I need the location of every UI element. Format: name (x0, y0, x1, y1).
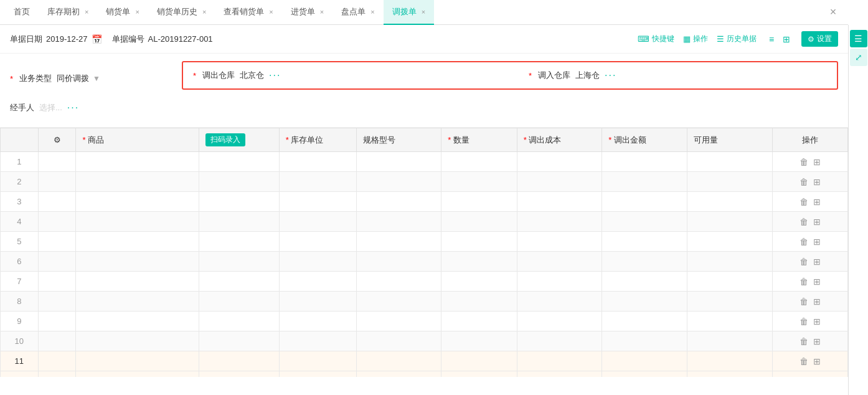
tab-home[interactable]: 首页 (5, 0, 39, 25)
tab-inventory-init[interactable]: 库存期初 × (39, 0, 97, 25)
required-star-out: * (193, 71, 196, 80)
delete-icon[interactable]: 🗑 (800, 316, 808, 326)
calendar-icon[interactable]: 📅 (92, 34, 102, 44)
th-action: 操作 (772, 128, 848, 152)
tab-close-stocktake[interactable]: × (370, 8, 374, 16)
warehouse-out-more[interactable]: ··· (269, 70, 281, 81)
delete-icon[interactable]: 🗑 (800, 177, 808, 187)
history-button[interactable]: ☰ 历史单据 (717, 34, 757, 44)
operations-button[interactable]: ▦ 操作 (683, 34, 708, 44)
row-index: 4 (1, 212, 39, 232)
row-index: 9 (1, 312, 39, 331)
delete-icon[interactable]: 🗑 (800, 297, 808, 307)
copy-icon[interactable]: ⊞ (813, 157, 821, 167)
shortcuts-button[interactable]: ⌨ 快捷键 (638, 34, 674, 44)
warehouse-out-group: * 调出仓库 北京仓 ··· (193, 70, 491, 81)
row-index: 1 (1, 152, 39, 172)
sidebar-list-button[interactable]: ☰ (850, 30, 867, 47)
number-field: 单据编号 AL-20191227-001 (112, 34, 213, 45)
th-index (1, 128, 39, 152)
delete-icon[interactable]: 🗑 (800, 336, 808, 346)
person-group: 经手人 选择... ··· (10, 102, 79, 113)
table-row: 8 🗑 ⊞ (1, 292, 848, 312)
copy-icon[interactable]: ⊞ (813, 197, 821, 207)
form-header: 单据日期 2019-12-27 📅 单据编号 AL-20191227-001 ⌨… (0, 25, 848, 54)
copy-icon[interactable]: ⊞ (813, 316, 821, 326)
form-area: * 业务类型 同价调拨 ▼ * 调出仓库 北京仓 ··· * (0, 54, 848, 128)
table-row: 3 🗑 ⊞ (1, 192, 848, 212)
shortcuts-icon: ⌨ (638, 34, 649, 44)
copy-icon[interactable]: ⊞ (813, 356, 821, 366)
tab-close-sales-order[interactable]: × (135, 8, 139, 16)
tab-transfer[interactable]: 调拨单 × (384, 0, 434, 25)
layout-list-icon[interactable]: ≡ (765, 33, 778, 45)
dropdown-arrow-icon: ▼ (93, 74, 100, 83)
table-body: 1 🗑 ⊞ 2 🗑 ⊞ 3 (1, 152, 848, 378)
tab-close-purchase-order[interactable]: × (320, 8, 324, 16)
form-row-1: * 业务类型 同价调拨 ▼ * 调出仓库 北京仓 ··· * (10, 61, 838, 96)
copy-icon[interactable]: ⊞ (813, 297, 821, 307)
required-star: * (10, 74, 13, 83)
delete-icon[interactable]: 🗑 (800, 237, 808, 247)
operations-icon: ▦ (683, 34, 691, 44)
delete-icon[interactable]: 🗑 (800, 157, 808, 167)
right-sidebar: ☰ ⤢ (848, 25, 868, 377)
copy-icon[interactable]: ⊞ (813, 277, 821, 287)
delete-icon[interactable]: 🗑 (800, 217, 808, 227)
copy-icon[interactable]: ⊞ (813, 177, 821, 187)
delete-icon[interactable]: 🗑 (800, 257, 808, 267)
copy-icon[interactable]: ⊞ (813, 237, 821, 247)
expand-icon: ⤢ (855, 52, 862, 62)
tab-sales-history[interactable]: 销货单历史 × (148, 0, 215, 25)
form-header-right: ⌨ 快捷键 ▦ 操作 ☰ 历史单据 ≡ ⊞ ⚙ 设置 (638, 31, 838, 47)
settings-button[interactable]: ⚙ 设置 (801, 31, 838, 47)
th-scan: 扫码录入 (199, 128, 279, 152)
tab-close-transfer[interactable]: × (422, 8, 425, 16)
table-header-row: ⚙ * 商品 扫码录入 * 库存单位 规格型号 * (1, 128, 848, 152)
window-close-button[interactable]: × (823, 2, 843, 22)
warehouse-in-more[interactable]: ··· (605, 70, 616, 81)
th-spec: 规格型号 (356, 128, 441, 152)
table-row: 7 🗑 ⊞ (1, 272, 848, 292)
table-row: 1 🗑 ⊞ (1, 152, 848, 172)
tab-view-sales[interactable]: 查看销货单 × (215, 0, 281, 25)
copy-icon[interactable]: ⊞ (813, 257, 821, 267)
required-star-in: * (529, 71, 532, 80)
copy-icon[interactable]: ⊞ (813, 217, 821, 227)
delete-icon[interactable]: 🗑 (800, 356, 808, 366)
data-table: ⚙ * 商品 扫码录入 * 库存单位 规格型号 * (0, 128, 848, 377)
row-index: 7 (1, 272, 39, 292)
tab-purchase-order[interactable]: 进货单 × (282, 0, 333, 25)
gear-icon: ⚙ (54, 135, 61, 145)
warehouse-section: * 调出仓库 北京仓 ··· * 调入仓库 上海仓 ··· (182, 61, 838, 90)
table-container: ⚙ * 商品 扫码录入 * 库存单位 规格型号 * (0, 128, 848, 377)
tab-close-view-sales[interactable]: × (269, 8, 273, 16)
th-qty: * 数量 (441, 128, 517, 152)
th-product: * 商品 (76, 128, 199, 152)
delete-icon[interactable]: 🗑 (800, 277, 808, 287)
table-row: 2 🗑 ⊞ (1, 172, 848, 192)
tab-stocktake[interactable]: 盘点单 × (333, 0, 383, 25)
th-unit: * 库存单位 (279, 128, 356, 152)
subtotal-row: 小计 0.00 0.00 0.00 (1, 371, 848, 378)
scan-button[interactable]: 扫码录入 (205, 133, 245, 146)
row-index: 11 (1, 351, 39, 371)
layout-grid-icon[interactable]: ⊞ (780, 33, 793, 45)
list-icon: ☰ (854, 34, 862, 44)
tab-sales-order[interactable]: 销货单 × (97, 0, 148, 25)
row-index: 10 (1, 331, 39, 351)
history-icon: ☰ (717, 34, 724, 44)
sidebar-expand-button[interactable]: ⤢ (850, 49, 867, 66)
th-cost: * 调出成本 (517, 128, 602, 152)
tab-close-sales-history[interactable]: × (202, 8, 206, 16)
tab-close-inventory-init[interactable]: × (85, 8, 88, 16)
warehouse-in-group: * 调入仓库 上海仓 ··· (529, 70, 827, 81)
table-row: 9 🗑 ⊞ (1, 312, 848, 331)
copy-icon[interactable]: ⊞ (813, 336, 821, 346)
business-type-dropdown[interactable]: 同价调拨 ▼ (57, 73, 156, 84)
table-row: 11 🗑 ⊞ (1, 351, 848, 371)
delete-icon[interactable]: 🗑 (800, 197, 808, 207)
date-field: 单据日期 2019-12-27 📅 (10, 34, 102, 45)
person-more[interactable]: ··· (67, 102, 79, 113)
th-gear[interactable]: ⚙ (38, 128, 76, 152)
